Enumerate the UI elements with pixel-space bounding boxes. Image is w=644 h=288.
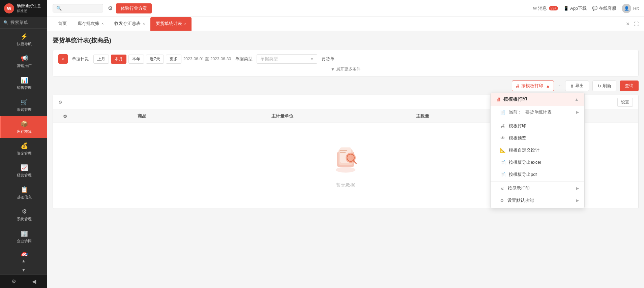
page-title: 要货单统计表(按商品) [53,36,639,44]
filter-row: » 单据日期 上月 本月 本年 近7天 更多 2023-06-01 至 2023… [58,54,633,64]
sidebar-footer: ⚙ ◀ [0,275,47,288]
sidebar-item-enterprise[interactable]: 🏢 企业协同 [0,226,47,248]
tab-home[interactable]: 首页 [53,17,72,31]
app-logo-icon: W [4,3,14,13]
nav-icon-sales: 📊 [21,76,28,84]
nav-label-purchase: 采购管理 [17,107,32,112]
divider-1 [491,119,584,119]
tab-collection-summary-close[interactable]: × [143,22,145,26]
dropdown-title: 按模板打印 [503,96,527,102]
template-print-icon: 🖨 [500,123,505,129]
dropdown-template-design[interactable]: 📐 模板自定义设计 [491,144,584,156]
dropdown-set-default[interactable]: ⚙ 设置默认功能 ▶ [491,194,584,206]
sidebar-logo-text-wrap: 畅赚通好生意 标准版 [17,3,41,13]
sidebar-scroll-up[interactable]: ▲ [0,256,47,265]
print-btn-label: 按模板打印 [521,83,543,89]
tab-order-stats[interactable]: 要货单统计表 × [150,17,192,31]
settings-btn[interactable]: 设置 [617,98,633,107]
sidebar-search[interactable]: 🔍 搜索菜单 [0,17,47,29]
nav-icon-system: ⚙ [22,208,27,215]
online-service-btn[interactable]: 💬 在线客服 [592,5,616,11]
print-template-btn[interactable]: 🖨 按模板打印 ▲ [512,81,554,91]
date-btn-current-month[interactable]: 本月 [111,55,126,64]
template-export-pdf-icon: 📄 [500,172,505,177]
nav-icon-finance: 💰 [21,142,28,150]
refresh-btn[interactable]: ↻ 刷新 [592,81,616,91]
tab-order-stats-close[interactable]: × [184,22,186,26]
app-name: 畅赚通好生意 [17,3,41,9]
template-design-label: 模板自定义设计 [509,147,539,153]
order-type-label: 单据类型 [235,56,253,62]
dropdown-current-item[interactable]: 📄 当前： 要货单统计表 ▶ [491,106,584,118]
dropdown-template-export-pdf[interactable]: 📄 按模板导出pdf [491,168,584,181]
maximize-window-btn[interactable]: ⛶ [634,21,639,27]
svg-rect-8 [340,152,346,153]
dropdown-template-export-excel[interactable]: 📄 按模板导出excel [491,156,584,168]
settings-footer-btn[interactable]: ⚙ [11,278,16,285]
date-btn-7days[interactable]: 近7天 [146,55,164,64]
sidebar-item-basic-info[interactable]: 📋 基础信息 [0,182,47,204]
tab-batch-account[interactable]: 库存批次账 × [72,17,109,31]
table-col-goods: 商品 [72,113,212,119]
sidebar-logo: W 畅赚通好生意 标准版 [0,0,47,17]
refresh-label: 刷新 [603,83,611,89]
sidebar-item-operations[interactable]: 📈 经营管理 [0,160,47,182]
topbar-search-input[interactable] [63,6,97,11]
refresh-icon: ↻ [597,84,601,89]
date-btn-current-year[interactable]: 本年 [128,55,144,64]
sidebar-item-quick-nav[interactable]: ⚡ 快捷导航 [0,29,47,51]
sidebar-item-inventory[interactable]: 📦 库存核算 [0,116,47,138]
nav-label-system: 系统管理 [17,217,32,222]
order-type-select[interactable]: 单据类型 ▼ [257,54,317,64]
app-subtitle: 标准版 [17,9,41,13]
hide-sidebar-btn[interactable]: ◀ [32,278,36,285]
date-range-text: 2023-06-01 至 2023-06-30 [183,56,231,62]
dropdown-current-label: 当前： [509,109,522,115]
topbar-gear-icon[interactable]: ⚙ [108,5,113,11]
user-menu[interactable]: 👤 Rit [622,4,639,13]
message-btn[interactable]: ✉ 消息 99+ [533,5,558,11]
nav-icon-marketing: 📢 [21,55,28,62]
tab-batch-account-close[interactable]: × [101,22,104,26]
date-btn-last-month[interactable]: 上月 [93,55,109,64]
tab-home-label: 首页 [58,21,67,27]
sidebar-item-purchase[interactable]: 🛒 采购管理 [0,94,47,116]
topbar-search-box[interactable]: 🔍 [53,4,103,12]
date-btn-more[interactable]: 更多 [166,55,181,64]
template-print-label: 模板打印 [509,123,526,129]
date-filter-label: 单据日期 [72,56,89,62]
expand-more-icon: ▼ [331,67,335,72]
dropdown-current-arrow: ▶ [576,110,579,115]
nav-icon-operations: 📈 [21,164,28,171]
template-export-excel-icon: 📄 [500,160,505,165]
user-avatar: 👤 [622,4,631,13]
trial-btn[interactable]: 体验行业方案 [116,3,152,13]
online-service-label: 在线客服 [599,5,616,11]
sidebar-item-system[interactable]: ⚙ 系统管理 [0,204,47,226]
nav-label-enterprise: 企业协同 [17,238,32,244]
tab-collection-summary[interactable]: 收发存汇总表 × [109,17,150,31]
nav-icon-enterprise: 🏢 [21,230,28,237]
more-actions-icon[interactable]: ··· [557,83,562,89]
dropdown-template-print[interactable]: 🖨 模板打印 [491,120,584,132]
close-window-btn[interactable]: ✕ [626,21,630,27]
sidebar-scroll-down[interactable]: ▼ [0,265,47,275]
app-download-btn[interactable]: 📱 App下载 [563,5,587,11]
dropdown-display-print[interactable]: 🖨 按显示打印 ▶ [491,182,584,194]
dropdown-close-btn[interactable]: ▲ [574,97,579,102]
topbar-actions: ✉ 消息 99+ 📱 App下载 💬 在线客服 👤 Rit [533,4,639,13]
sidebar-item-finance[interactable]: 💰 资金管理 [0,138,47,160]
query-btn[interactable]: 查询 [620,81,639,91]
sidebar-item-marketing[interactable]: 📢 营销推广 [0,51,47,72]
dropdown-template-preview[interactable]: 👁 模板预览 [491,132,584,144]
topbar: 🔍 ⚙ 体验行业方案 ✉ 消息 99+ 📱 App下载 💬 在线客服 👤 Rit [47,0,644,17]
export-btn[interactable]: ⬆ 导出 [565,81,589,91]
sidebar-item-sales[interactable]: 📊 销售管理 [0,72,47,94]
expand-more-row[interactable]: ▼ 展开更多条件 [58,66,633,72]
table-col-qty: 主数量 [352,113,493,119]
table-col-settings: ⚙ [58,114,72,119]
sidebar-item-guide[interactable]: 🎯 新手引导 [0,248,47,256]
filter-expand-btn[interactable]: » [58,54,68,64]
display-print-arrow: ▶ [576,186,579,191]
table-settings-icon[interactable]: ⚙ [58,100,62,105]
